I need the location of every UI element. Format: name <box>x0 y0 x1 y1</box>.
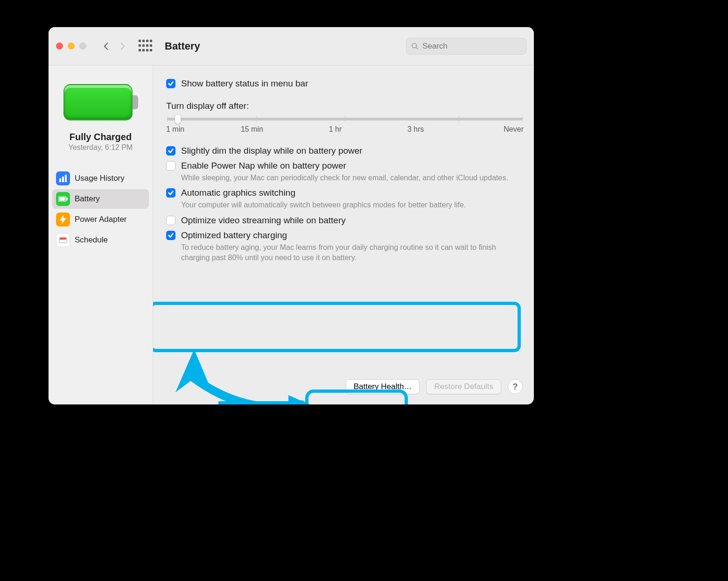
sidebar: Fully Charged Yesterday, 6:12 PM Usage H… <box>49 65 153 404</box>
svg-rect-4 <box>65 175 67 182</box>
minimize-window-button[interactable] <box>68 43 75 50</box>
restore-defaults-button[interactable]: Restore Defaults <box>426 379 501 394</box>
svg-rect-3 <box>62 177 64 182</box>
svg-rect-7 <box>66 198 68 200</box>
close-window-button[interactable] <box>56 43 63 50</box>
label-optimized-charging: Optimized battery charging <box>181 230 524 241</box>
search-field[interactable] <box>406 38 526 55</box>
battery-icon <box>56 192 70 206</box>
svg-rect-2 <box>59 178 61 182</box>
sidebar-item-power-adapter[interactable]: Power Adapter <box>52 210 149 229</box>
search-input[interactable] <box>422 42 521 51</box>
svg-rect-6 <box>59 197 65 201</box>
traffic-lights <box>56 43 86 50</box>
calendar-icon <box>56 233 70 247</box>
sidebar-item-label: Usage History <box>75 174 125 183</box>
svg-point-0 <box>412 43 416 47</box>
battery-health-button[interactable]: Battery Health… <box>346 379 420 394</box>
label-dim-display: Slightly dim the display while on batter… <box>181 146 524 156</box>
titlebar: Battery <box>49 27 534 65</box>
desc-power-nap: While sleeping, your Mac can periodicall… <box>181 173 524 183</box>
page-title: Battery <box>165 40 200 52</box>
sidebar-item-battery[interactable]: Battery <box>52 189 149 209</box>
sidebar-item-schedule[interactable]: Schedule <box>52 230 149 250</box>
label-show-menu-bar: Show battery status in menu bar <box>181 78 524 89</box>
show-all-prefs-button[interactable] <box>139 40 152 53</box>
highlight-optimized-charging <box>153 302 521 352</box>
back-button[interactable] <box>98 38 114 54</box>
display-off-title: Turn display off after: <box>166 101 524 111</box>
help-button[interactable]: ? <box>508 379 523 394</box>
sidebar-item-label: Schedule <box>75 235 108 245</box>
forward-button[interactable] <box>114 38 130 54</box>
bolt-icon <box>56 213 70 227</box>
checkbox-dim-display[interactable] <box>166 146 175 156</box>
sidebar-item-label: Power Adapter <box>75 215 127 224</box>
desc-gpu-switching: Your computer will automatically switch … <box>181 200 524 210</box>
checkbox-show-menu-bar[interactable] <box>166 79 175 88</box>
annotation-straight-arrow <box>218 392 312 404</box>
checkbox-optimized-charging[interactable] <box>166 231 175 240</box>
svg-line-1 <box>416 47 418 49</box>
slider-tick-labels: 1 min 15 min 1 hr 3 hrs Never <box>166 125 524 134</box>
search-icon <box>411 42 419 50</box>
bar-chart-icon <box>56 171 70 185</box>
battery-status-title: Fully Charged <box>70 132 132 142</box>
preferences-window: Battery Fully Charged Yesterday, 6:12 PM… <box>49 27 534 404</box>
battery-status-time: Yesterday, 6:12 PM <box>69 143 133 152</box>
slider-thumb[interactable] <box>175 114 181 124</box>
checkbox-power-nap[interactable] <box>166 161 175 170</box>
display-off-slider[interactable] <box>167 118 523 120</box>
label-power-nap: Enable Power Nap while on battery power <box>181 161 524 171</box>
content-pane: Show battery status in menu bar Turn dis… <box>153 65 534 404</box>
button-row: Battery Health… Restore Defaults ? <box>346 379 523 394</box>
label-video-optimize: Optimize video streaming while on batter… <box>181 215 524 226</box>
label-gpu-switching: Automatic graphics switching <box>181 188 524 198</box>
checkbox-gpu-switching[interactable] <box>166 188 175 198</box>
desc-optimized-charging: To reduce battery aging, your Mac learns… <box>181 242 524 263</box>
battery-large-icon <box>63 84 138 120</box>
sidebar-item-label: Battery <box>75 194 100 204</box>
sidebar-item-usage-history[interactable]: Usage History <box>52 169 149 188</box>
zoom-window-button[interactable] <box>79 43 86 50</box>
checkbox-video-optimize[interactable] <box>166 216 175 225</box>
